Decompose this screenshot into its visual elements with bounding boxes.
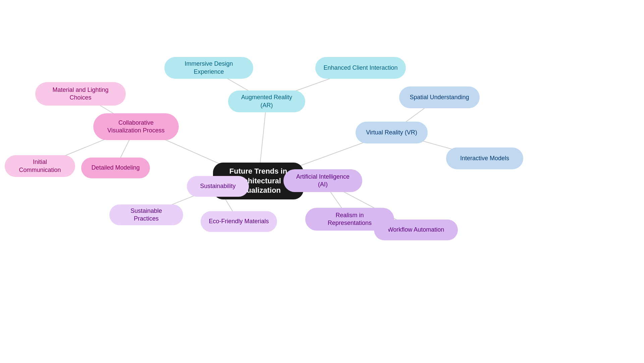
sustainable-practices-label: Sustainable Practices xyxy=(117,207,175,223)
material-node[interactable]: Material and Lighting Choices xyxy=(35,82,126,106)
interactive-label: Interactive Models xyxy=(460,155,509,162)
spatial-label: Spatial Understanding xyxy=(410,94,469,101)
initial-label: Initial Communication xyxy=(13,158,67,174)
spatial-node[interactable]: Spatial Understanding xyxy=(399,86,480,108)
sustainability-label: Sustainability xyxy=(200,182,235,190)
detailed-label: Detailed Modeling xyxy=(91,164,140,172)
vr-node[interactable]: Virtual Reality (VR) xyxy=(356,122,428,143)
interactive-node[interactable]: Interactive Models xyxy=(446,147,523,169)
vr-label: Virtual Reality (VR) xyxy=(366,129,417,136)
initial-node[interactable]: Initial Communication xyxy=(5,155,75,177)
realism-label: Realism in Representations xyxy=(313,211,386,227)
sustainable-practices-node[interactable]: Sustainable Practices xyxy=(109,204,183,225)
enhanced-node[interactable]: Enhanced Client Interaction xyxy=(315,57,406,79)
ar-node[interactable]: Augmented Reality (AR) xyxy=(228,90,305,112)
collab-label: Collaborative Visualization Process xyxy=(101,119,171,135)
ai-label: Artificial Intelligence (AI) xyxy=(291,173,354,189)
detailed-node[interactable]: Detailed Modeling xyxy=(81,158,150,178)
realism-node[interactable]: Realism in Representations xyxy=(305,208,394,231)
workflow-label: Workflow Automation xyxy=(388,226,444,234)
eco-node[interactable]: Eco-Friendly Materials xyxy=(201,211,277,232)
sustainability-node[interactable]: Sustainability xyxy=(187,176,249,197)
immersive-node[interactable]: Immersive Design Experience xyxy=(164,57,253,79)
collab-node[interactable]: Collaborative Visualization Process xyxy=(93,113,179,140)
material-label: Material and Lighting Choices xyxy=(43,86,118,102)
enhanced-label: Enhanced Client Interaction xyxy=(323,64,397,72)
immersive-label: Immersive Design Experience xyxy=(172,60,245,76)
ar-label: Augmented Reality (AR) xyxy=(236,94,297,109)
ai-node[interactable]: Artificial Intelligence (AI) xyxy=(283,169,362,192)
eco-label: Eco-Friendly Materials xyxy=(209,218,269,225)
